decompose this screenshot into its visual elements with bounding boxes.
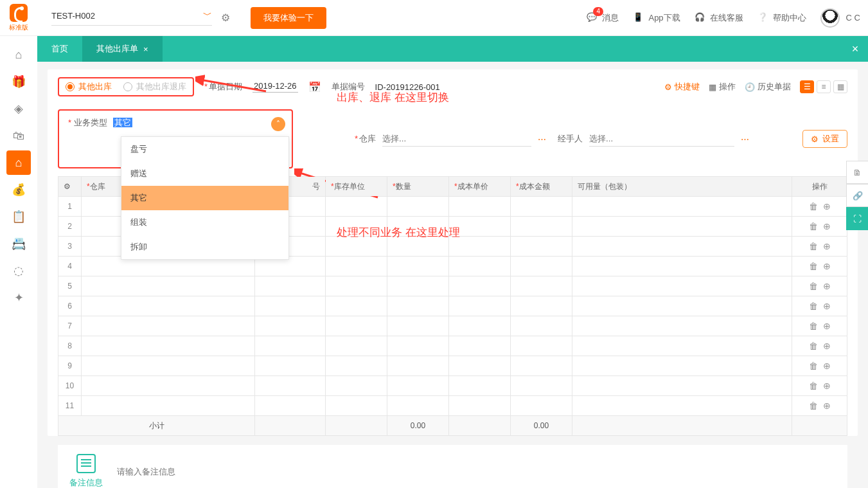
settings-button[interactable]: ⚙设置 — [802, 130, 847, 148]
handler-input[interactable] — [589, 131, 734, 147]
col-cost-amount: *成本金额 — [511, 177, 572, 197]
radio-outbound-return[interactable]: 其他出库退库 — [123, 81, 186, 93]
row-ops: 🗑⊕ — [792, 396, 847, 416]
gear-icon[interactable]: ⚙ — [221, 12, 230, 24]
gear-icon: ⚙ — [664, 82, 672, 92]
close-icon[interactable]: × — [143, 44, 148, 54]
remark-card: 备注信息 — [58, 445, 847, 488]
row-index: 6 — [58, 296, 82, 316]
history-button[interactable]: 🕘历史单据 — [745, 81, 791, 93]
delete-icon[interactable]: 🗑 — [809, 281, 818, 291]
add-icon[interactable]: ⊕ — [823, 281, 831, 291]
app-download-link[interactable]: 📱 App下载 — [633, 12, 680, 24]
delete-icon[interactable]: 🗑 — [809, 301, 818, 311]
sidebar-refresh-icon[interactable]: ◌ — [6, 258, 31, 283]
date-value[interactable]: 2019-12-26 — [252, 81, 298, 93]
row-index: 4 — [58, 257, 82, 276]
warehouse-input[interactable] — [382, 131, 531, 147]
doc-no-value: ID-20191226-001 — [375, 82, 440, 92]
sidebar-contact-icon[interactable]: 📇 — [6, 231, 31, 256]
delete-icon[interactable]: 🗑 — [809, 361, 818, 371]
view-compact-icon[interactable]: ≡ — [817, 80, 831, 93]
add-icon[interactable]: ⊕ — [823, 321, 831, 331]
dropdown-option[interactable]: 赠送 — [121, 161, 288, 186]
sidebar-diamond-icon[interactable]: ◈ — [6, 96, 31, 121]
add-icon[interactable]: ⊕ — [823, 301, 831, 311]
delete-icon[interactable]: 🗑 — [809, 401, 818, 411]
messages-link[interactable]: 💬 4 消息 — [587, 12, 619, 24]
tool-doc-icon[interactable]: 🗎 — [846, 161, 868, 184]
delete-icon[interactable]: 🗑 — [809, 221, 818, 231]
add-icon[interactable]: ⊕ — [823, 201, 831, 212]
business-type-box: * 业务类型 其它 ˄ 盘亏 赠送 其它 组装 拆卸 — [58, 109, 293, 168]
chevron-up-icon[interactable]: ˄ — [271, 117, 285, 131]
sidebar-money-icon[interactable]: 💰 — [6, 177, 31, 202]
dropdown-option[interactable]: 拆卸 — [121, 235, 288, 259]
tool-link-icon[interactable]: 🔗 — [846, 184, 868, 207]
remark-input[interactable] — [117, 467, 836, 476]
cta-button[interactable]: 我要体验一下 — [251, 7, 326, 29]
business-type-value[interactable]: 其它 — [113, 118, 132, 127]
more-icon[interactable]: ⋯ — [741, 134, 750, 144]
table-row[interactable]: 6🗑⊕ — [58, 296, 847, 316]
customer-service-link[interactable]: 🎧 在线客服 — [695, 12, 743, 24]
dropdown-option[interactable]: 组装 — [121, 210, 288, 235]
view-grid-icon[interactable]: ▦ — [833, 80, 847, 93]
shortcut-button[interactable]: ⚙快捷键 — [664, 81, 700, 93]
remark-left: 备注信息 — [69, 454, 103, 488]
row-ops: 🗑⊕ — [792, 237, 847, 257]
row-index: 8 — [58, 336, 82, 356]
sidebar-bag-icon[interactable]: 🛍 — [6, 123, 31, 148]
add-icon[interactable]: ⊕ — [823, 401, 831, 411]
add-icon[interactable]: ⊕ — [823, 261, 831, 271]
tab-home[interactable]: 首页 — [37, 36, 82, 62]
doc-no-label: 单据编号 — [332, 81, 365, 93]
delete-icon[interactable]: 🗑 — [809, 321, 818, 331]
more-icon[interactable]: ⋯ — [538, 134, 547, 144]
history-icon: 🕘 — [745, 82, 755, 92]
help-center-link[interactable]: ❔ 帮助中心 — [757, 12, 806, 24]
avatar[interactable] — [820, 8, 840, 28]
help-icon: ❔ — [757, 12, 769, 24]
dropdown-option[interactable]: 盘亏 — [121, 137, 288, 161]
view-list-icon[interactable]: ☰ — [800, 80, 814, 93]
gear-column-header[interactable]: ⚙ — [58, 177, 82, 197]
table-row[interactable]: 5🗑⊕ — [58, 276, 847, 296]
delete-icon[interactable]: 🗑 — [809, 261, 818, 271]
delete-icon[interactable]: 🗑 — [809, 241, 818, 251]
row-index: 5 — [58, 276, 82, 296]
calendar-icon[interactable]: 📅 — [308, 81, 321, 93]
close-all-tabs-button[interactable]: × — [842, 36, 868, 62]
delete-icon[interactable]: 🗑 — [809, 341, 818, 351]
radio-dot-icon — [123, 82, 132, 91]
add-icon[interactable]: ⊕ — [823, 361, 831, 371]
sidebar-gift-icon[interactable]: 🎁 — [6, 69, 31, 94]
table-row[interactable]: 9🗑⊕ — [58, 356, 847, 376]
sidebar-warehouse-icon[interactable]: ⌂ — [6, 150, 31, 175]
tool-expand-icon[interactable]: ⛶ — [846, 207, 868, 230]
user-name[interactable]: C C — [846, 13, 860, 23]
table-row[interactable]: 10🗑⊕ — [58, 376, 847, 396]
operate-button[interactable]: ▦操作 — [709, 81, 736, 93]
table-row[interactable]: 7🗑⊕ — [58, 316, 847, 336]
row-index: 10 — [58, 376, 82, 396]
add-icon[interactable]: ⊕ — [823, 241, 831, 251]
table-row[interactable]: 11🗑⊕ — [58, 396, 847, 416]
radio-outbound[interactable]: 其他出库 — [66, 81, 112, 93]
table-row[interactable]: 8🗑⊕ — [58, 336, 847, 356]
add-icon[interactable]: ⊕ — [823, 221, 831, 231]
delete-icon[interactable]: 🗑 — [809, 381, 818, 391]
sidebar-home-icon[interactable]: ⌂ — [6, 42, 31, 67]
add-icon[interactable]: ⊕ — [823, 381, 831, 391]
sidebar-new-icon[interactable]: ✦ — [6, 285, 31, 310]
filter-row: * 业务类型 其它 ˄ 盘亏 赠送 其它 组装 拆卸 *仓库 — [48, 104, 858, 176]
project-selector[interactable]: TEST-H002 ﹀ — [51, 10, 212, 26]
chevron-down-icon: ﹀ — [203, 10, 212, 21]
dropdown-option-selected[interactable]: 其它 — [121, 186, 288, 210]
tab-other-outbound[interactable]: 其他出库单 × — [82, 36, 163, 62]
subtotal-label: 小计 — [58, 416, 255, 436]
sidebar-clipboard-icon[interactable]: 📋 — [6, 204, 31, 229]
delete-icon[interactable]: 🗑 — [809, 201, 818, 212]
row-ops: 🗑⊕ — [792, 217, 847, 237]
add-icon[interactable]: ⊕ — [823, 341, 831, 351]
